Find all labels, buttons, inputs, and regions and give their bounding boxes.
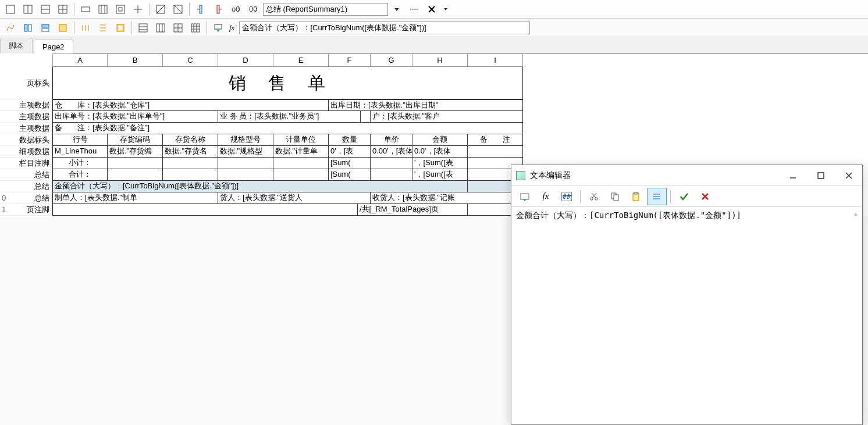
editor-btn-cancel-icon[interactable] — [695, 188, 715, 205]
minimize-button[interactable] — [784, 169, 802, 182]
editor-btn-cut-icon[interactable] — [584, 188, 604, 205]
cell-header[interactable]: 金额 — [412, 134, 468, 146]
col-header-F[interactable]: F — [329, 54, 371, 67]
cell-selected[interactable]: 金额合计（大写）：[CurrToBigNum([表体数据."金额"])] — [52, 181, 468, 192]
tab-script[interactable]: 脚本 — [0, 38, 33, 53]
btn-insert-col[interactable] — [193, 2, 209, 17]
cell-header[interactable]: 单价 — [371, 134, 412, 146]
btn-layout-2[interactable] — [20, 2, 36, 17]
row-label[interactable]: 栏目注脚 — [0, 158, 52, 169]
col-header-C[interactable]: C — [163, 54, 218, 67]
cell[interactable]: /共[_RM_TotalPages]页 — [358, 204, 468, 216]
btn-tool-a[interactable] — [2, 20, 19, 35]
cell[interactable]: 收货人：[表头数据."记账 — [371, 192, 523, 204]
cell-header[interactable]: 存货名称 — [163, 134, 218, 146]
cell[interactable]: 数据."规格型 — [218, 146, 273, 158]
editor-btn-fx-icon[interactable]: fx — [536, 188, 556, 205]
row-label[interactable]: 主项数据 — [0, 123, 52, 134]
cell[interactable]: 户：[表头数据."客户 — [371, 111, 523, 123]
col-header-B[interactable]: B — [108, 54, 163, 67]
cell-header[interactable]: 行号 — [52, 134, 108, 146]
row-label[interactable]: 数据标头 — [0, 134, 52, 146]
cell[interactable]: 制单人：[表头数据."制单 — [52, 192, 218, 204]
btn-tool-f[interactable] — [95, 20, 111, 35]
cell[interactable] — [361, 111, 371, 123]
btn-grid-4[interactable] — [187, 20, 204, 35]
btn-close-x-icon[interactable] — [424, 2, 440, 17]
btn-dropdown-green-icon[interactable] — [210, 20, 226, 35]
cell[interactable]: [Sum( — [329, 158, 371, 169]
cell[interactable] — [273, 158, 329, 169]
cell[interactable]: M_LineThou — [52, 146, 108, 158]
row-label[interactable]: 细项数据 — [0, 146, 52, 158]
cell[interactable] — [163, 169, 218, 181]
cell-header[interactable]: 规格型号 — [218, 134, 273, 146]
cell-header[interactable]: 备 注 — [468, 134, 523, 146]
section-dropdown[interactable] — [263, 3, 388, 16]
btn-merge-4[interactable] — [130, 2, 146, 17]
btn-grid-3[interactable] — [170, 20, 186, 35]
btn-layout-3[interactable] — [37, 2, 54, 17]
btn-grid-2[interactable] — [152, 20, 169, 35]
row-label[interactable]: 页标头 — [0, 67, 52, 99]
btn-tool-g[interactable] — [112, 20, 129, 35]
cell[interactable]: [Sum( — [329, 169, 371, 181]
col-header-H[interactable]: H — [412, 54, 468, 67]
btn-tool-d[interactable] — [55, 20, 71, 35]
cell[interactable]: 0.00'，[表体 — [371, 146, 412, 158]
dropdown-arrow-icon[interactable] — [389, 2, 405, 17]
btn-layout-4[interactable] — [55, 2, 71, 17]
cell[interactable]: 数据."存货名 — [163, 146, 218, 158]
cell[interactable] — [468, 146, 523, 158]
cell[interactable]: 数据."计量单 — [273, 146, 329, 158]
editor-btn-copy-icon[interactable] — [605, 188, 625, 205]
btn-tool-c[interactable] — [37, 20, 54, 35]
btn-tool-e[interactable] — [77, 20, 94, 35]
row-label[interactable]: 1页注脚 — [0, 204, 52, 216]
cell[interactable]: '，[Sum([表 — [412, 158, 468, 169]
col-header-E[interactable]: E — [273, 54, 329, 67]
cell[interactable] — [108, 169, 163, 181]
cell[interactable] — [52, 204, 358, 216]
row-label[interactable]: 主项数据 — [0, 111, 52, 123]
cell[interactable]: '，[Sum([表 — [412, 169, 468, 181]
cell[interactable]: 0.0'，[表体 — [412, 146, 468, 158]
cell[interactable]: 业 务 员：[表头数据."业务员"] — [218, 111, 361, 123]
cell[interactable]: 备 注：[表头数据."备注"] — [52, 123, 523, 134]
btn-tool-b[interactable] — [20, 20, 36, 35]
btn-merge-2[interactable] — [95, 2, 111, 17]
btn-small-arrow-icon[interactable] — [441, 2, 450, 17]
cell-header[interactable]: 计量单位 — [273, 134, 329, 146]
cell[interactable] — [163, 158, 218, 169]
btn-diag-2[interactable] — [170, 2, 186, 17]
row-label[interactable]: 主项数据 — [0, 99, 52, 111]
btn-col-width-dec[interactable]: o0 — [227, 2, 244, 17]
tab-page2[interactable]: Page2 — [34, 40, 73, 53]
formula-input[interactable] — [239, 22, 530, 34]
cell[interactable]: 0'，[表 — [329, 146, 371, 158]
editor-btn-paste-icon[interactable] — [626, 188, 646, 205]
editor-btn-format-icon[interactable]: ## — [557, 188, 577, 205]
cell[interactable]: 出库单号：[表头数据."出库单号"] — [52, 111, 218, 123]
cell[interactable]: 货人：[表头数据."送货人 — [218, 192, 371, 204]
row-label[interactable]: 总结 — [0, 181, 52, 192]
editor-btn-wrap-icon[interactable] — [647, 188, 667, 205]
row-label[interactable]: 总结 — [0, 169, 52, 181]
btn-grid-1[interactable] — [135, 20, 151, 35]
close-button[interactable] — [840, 169, 858, 182]
cell[interactable] — [371, 158, 412, 169]
editor-titlebar[interactable]: 文本编辑器 — [511, 165, 862, 186]
btn-col-width-inc[interactable]: 00 — [245, 2, 261, 17]
cell[interactable] — [218, 158, 273, 169]
maximize-button[interactable] — [812, 169, 830, 182]
row-label[interactable]: 0总结 — [0, 192, 52, 204]
col-header-I[interactable]: I — [468, 54, 523, 67]
col-header-G[interactable]: G — [371, 54, 412, 67]
cell-header[interactable]: 数量 — [329, 134, 371, 146]
cell[interactable] — [218, 169, 273, 181]
col-header-A[interactable]: A — [52, 54, 108, 67]
cell[interactable]: 小计： — [52, 158, 108, 169]
btn-layout-1[interactable] — [2, 2, 19, 17]
cell[interactable] — [273, 169, 329, 181]
btn-diag-1[interactable] — [152, 2, 169, 17]
